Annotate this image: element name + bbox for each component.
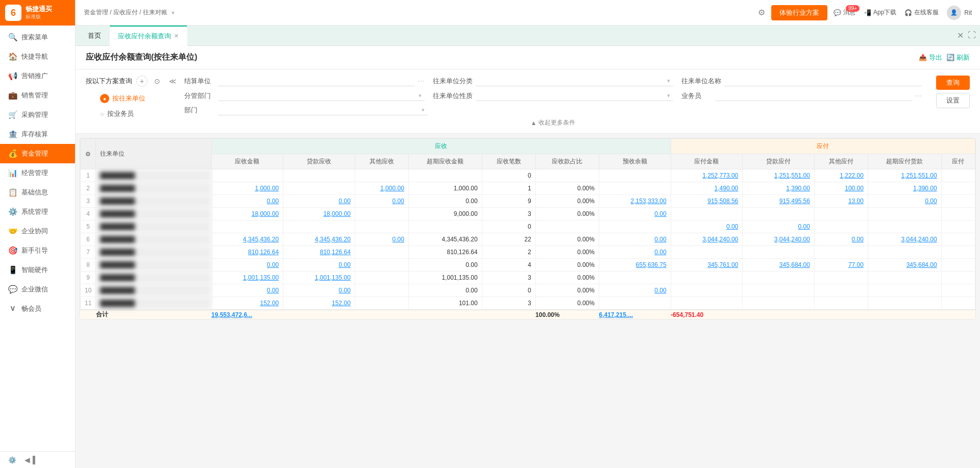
hardware-icon: 📱 xyxy=(8,265,17,275)
sidebar-item-member[interactable]: V 畅会员 xyxy=(0,299,75,318)
sidebar-item-sales[interactable]: 💼 销售管理 xyxy=(0,86,75,105)
partner-name-input[interactable] xyxy=(724,76,922,86)
breadcrumb: 资金管理 / 应收应付 / 往来对账 ▾ xyxy=(84,8,752,17)
sidebar-navigation: 🔍 搜索菜单 🏠 快捷导航 📢 营销推广 💼 销售管理 🛒 采购管理 🏦 库存核… xyxy=(0,26,75,451)
filter-settings-icon[interactable]: ⊙ xyxy=(152,76,163,87)
filter-field-dept: 分管部门 ▾ xyxy=(184,91,425,101)
query-buttons: 查询 设置 xyxy=(936,76,970,127)
tab-expand-btn[interactable]: ⛶ xyxy=(968,31,976,40)
table-footer: 合计 19,553,472,6... 100.00% 6,417,215....… xyxy=(81,310,975,319)
footer-empty1 xyxy=(81,310,96,319)
sidebar-logo: 6 畅捷通买 标准版 xyxy=(0,0,75,26)
footer-r-loan xyxy=(283,310,355,319)
collapse-filter-btn[interactable]: ▲ 收起更多条件 xyxy=(184,118,922,127)
filter-row-2: 分管部门 ▾ 往来单位性质 ▾ xyxy=(184,90,922,101)
table-row: 8████████0.000.000.0040.00%655,636.75345… xyxy=(81,259,975,272)
partner-name-cell: ████████ xyxy=(96,233,211,246)
collapse-icon: ▲ xyxy=(531,119,537,127)
footer-p-loan xyxy=(743,310,815,319)
sidebar-item-hardware[interactable]: 📱 智能硬件 xyxy=(0,260,75,280)
table-wrapper[interactable]: ⚙ 往来单位 应收 应付 应收金额 贷款应收 其他应收 超期应收金额 应收笔数 xyxy=(80,138,975,319)
tab-home[interactable]: 首页 xyxy=(80,26,110,46)
table-row: 6████████4,345,436.204,345,436.200.004,3… xyxy=(81,233,975,246)
message-btn[interactable]: 💬 消息 99+ xyxy=(834,8,855,17)
footer-r-total[interactable]: 19,553,472,6... xyxy=(211,310,283,319)
footer-p-extra xyxy=(941,310,975,319)
tab-receivable-query[interactable]: 应收应付余额查询 ✕ xyxy=(110,26,187,46)
logo-icon: 6 xyxy=(5,5,21,21)
filter-area: 按以下方案查询 + ⊙ ≪ ● 按往来单位 ○ 按业务员 xyxy=(76,69,980,134)
refresh-icon: 🔄 xyxy=(946,54,954,61)
th-r-loan: 贷款应收 xyxy=(283,154,355,169)
filter-preset-list: ● 按往来单位 ○ 按业务员 xyxy=(86,92,178,120)
table-settings-icon: ⚙ xyxy=(85,151,91,158)
partner-nature-select[interactable]: ▾ xyxy=(476,91,673,101)
dept-select[interactable]: ▾ xyxy=(218,91,425,101)
preset-active-icon: ● xyxy=(100,94,109,103)
footer-r-overdue xyxy=(408,310,482,319)
th-r-overdue: 超期应收金额 xyxy=(408,154,482,169)
sidebar-collapse-btn[interactable]: ◀▐ xyxy=(24,456,35,464)
settlement-dots[interactable]: ··· xyxy=(418,77,425,86)
th-partner: 往来单位 xyxy=(96,139,211,169)
th-r-count: 应收笔数 xyxy=(482,154,535,169)
salesman-input[interactable] xyxy=(715,90,912,101)
cta-button[interactable]: 体验行业方案 xyxy=(771,5,827,20)
table-row: 4████████18,000.0018,000.009,000.0030.00… xyxy=(81,208,975,220)
tab-close-btn[interactable]: ✕ xyxy=(957,31,964,40)
sidebar-settings-btn[interactable]: ⚙️ xyxy=(8,456,16,464)
sidebar-item-system[interactable]: ⚙️ 系统管理 xyxy=(0,202,75,221)
footer-r-prepay[interactable]: 6,417,215.... xyxy=(599,310,671,319)
logo-text: 畅捷通买 标准版 xyxy=(26,5,52,20)
partner-name-cell: ████████ xyxy=(96,284,211,297)
breadcrumb-dropdown[interactable]: ▾ xyxy=(172,9,175,16)
preset-by-partner[interactable]: ● 按往来单位 xyxy=(96,92,178,105)
filter-collapse-icon[interactable]: ≪ xyxy=(167,76,178,87)
sidebar-item-purchase[interactable]: 🛒 采购管理 xyxy=(0,105,75,125)
service-icon: 🎧 xyxy=(904,9,912,16)
export-button[interactable]: 📤 导出 xyxy=(919,53,942,62)
table-row: 10████████0.000.000.0000.00%0.00 xyxy=(81,284,975,297)
th-settings[interactable]: ⚙ xyxy=(81,139,96,169)
settings-icon[interactable]: ⚙ xyxy=(758,8,765,17)
partner-name-cell: ████████ xyxy=(96,208,211,220)
th-r-amount: 应收金额 xyxy=(211,154,283,169)
sidebar-item-wechat[interactable]: 💬 企业微信 xyxy=(0,280,75,299)
system-icon: ⚙️ xyxy=(8,207,17,216)
tab-close-icon[interactable]: ✕ xyxy=(174,33,179,39)
sidebar-item-basic[interactable]: 📋 基础信息 xyxy=(0,183,75,202)
collab-icon: 🤝 xyxy=(8,227,17,236)
settlement-input[interactable] xyxy=(218,76,415,86)
sidebar-item-search[interactable]: 🔍 搜索菜单 xyxy=(0,28,75,47)
query-button[interactable]: 查询 xyxy=(936,76,970,90)
table-row: 11████████152.00152.00101.0030.00% xyxy=(81,297,975,310)
user-area[interactable]: 👤 Rit xyxy=(947,6,972,20)
filter-field-salesman: 业务员 ··· xyxy=(681,90,922,101)
sidebar-item-inventory[interactable]: 🏦 库存核算 xyxy=(0,125,75,144)
filter-add-btn[interactable]: + xyxy=(136,76,148,87)
settings-button[interactable]: 设置 xyxy=(936,93,970,108)
guide-icon: 🎯 xyxy=(8,246,17,255)
sidebar-item-marketing[interactable]: 📢 营销推广 xyxy=(0,66,75,86)
sidebar-item-operation[interactable]: 📊 经营管理 xyxy=(0,163,75,183)
partner-name-cell: ████████ xyxy=(96,246,211,259)
sidebar-item-finance[interactable]: 💰 资金管理 xyxy=(0,144,75,163)
th-r-prepay: 预收余额 xyxy=(599,154,671,169)
inventory-icon: 🏦 xyxy=(8,130,17,139)
topbar-right: 💬 消息 99+ 📲 App下载 🎧 在线客服 👤 Rit xyxy=(834,6,972,20)
table-row: 1████████01,252,773.001,251,551.001,222.… xyxy=(81,169,975,182)
sidebar-item-guide[interactable]: 🎯 新手引导 xyxy=(0,241,75,260)
customer-service-btn[interactable]: 🎧 在线客服 xyxy=(904,8,939,17)
filter-toolbar: 按以下方案查询 + ⊙ ≪ xyxy=(86,76,178,87)
footer-r-other xyxy=(355,310,408,319)
preset-by-salesman[interactable]: ○ 按业务员 xyxy=(96,107,178,120)
partner-category-select[interactable]: ▾ xyxy=(476,76,673,86)
footer-p-overdue xyxy=(868,310,941,319)
salesman-dots[interactable]: ··· xyxy=(915,91,922,101)
sidebar-item-nav[interactable]: 🏠 快捷导航 xyxy=(0,47,75,66)
refresh-button[interactable]: 🔄 刷新 xyxy=(946,53,970,62)
business-dept-select[interactable]: ▾ xyxy=(218,105,428,115)
app-download-btn[interactable]: 📲 App下载 xyxy=(864,8,896,17)
sidebar-item-collab[interactable]: 🤝 企业协同 xyxy=(0,221,75,241)
filter-field-partner-name: 往来单位名称 xyxy=(681,76,922,86)
